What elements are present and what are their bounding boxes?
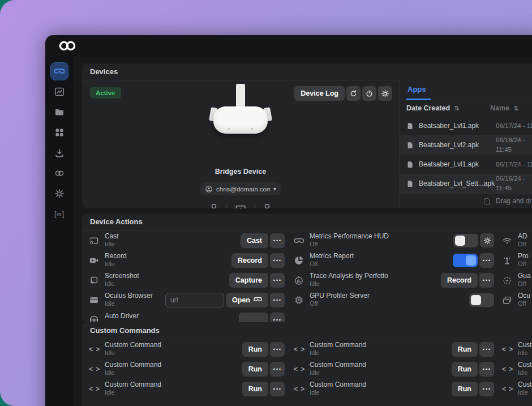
sidebar-item-device-manager[interactable] <box>50 62 68 80</box>
device-log-button[interactable]: Device Log <box>294 86 345 101</box>
commands-column-2: < > Custom CommandIdle Run··· < > Custom… <box>293 339 495 399</box>
device-name: Bridges Device <box>82 168 399 176</box>
sidebar-item-apps[interactable] <box>49 122 70 143</box>
file-icon <box>406 160 414 169</box>
action-row-record: RecordIdle Record··· <box>88 250 286 270</box>
window-topbar <box>45 35 532 57</box>
url-input[interactable] <box>165 293 224 307</box>
more-options-button[interactable]: ··· <box>270 273 285 288</box>
auto-driver-icon <box>89 315 99 323</box>
devices-panel-title: Devices <box>82 63 399 80</box>
cast-button[interactable]: Cast <box>241 233 268 248</box>
hud-icon <box>294 236 304 246</box>
file-manager-icon <box>54 107 65 117</box>
more-options-button[interactable]: ··· <box>270 313 285 323</box>
power-button[interactable] <box>362 86 376 101</box>
custom-command-row: < > Custom CommandIdle Run··· <box>88 339 286 359</box>
custom-commands-panel: Custom Commands < > Custom CommandIdle R… <box>82 322 532 406</box>
column-date-created[interactable]: Date Created⇅ <box>406 104 459 112</box>
app-window: [∞] Devices Active Device Log <box>45 35 532 406</box>
sidebar-item-downloads[interactable] <box>49 143 70 163</box>
custom-command-row: < > Custom CommandIdle Run··· <box>293 379 495 399</box>
custom-command-row: < > Custom CommandIdle <box>501 359 532 379</box>
run-command-button[interactable]: Run <box>452 382 478 396</box>
pie-icon <box>294 255 304 266</box>
sidebar-item-dev-tools[interactable]: [∞] <box>49 204 70 224</box>
guardian-icon <box>502 275 512 285</box>
right-controller-icon <box>263 203 274 208</box>
apk-dropzone[interactable]: Drag and drop <box>400 193 532 208</box>
capture-button[interactable]: Capture <box>229 273 268 288</box>
gpu-icon <box>294 295 304 305</box>
custom-command-row: < > Custom CommandIdle Run··· <box>293 359 495 379</box>
device-log-toolbar: Device Log <box>294 86 392 101</box>
perfetto-record-button[interactable]: Record <box>441 273 478 288</box>
action-row-gpu-profiler: GPU Profiler ServerOff <box>293 290 495 310</box>
apk-row[interactable]: Beatsaber_Lvl1.apk 06/17/24 - 11:45 <box>400 116 532 135</box>
run-command-button[interactable]: Run <box>242 362 268 377</box>
apps-grid-icon <box>54 127 65 138</box>
wifi-icon <box>502 236 512 246</box>
more-options-button[interactable]: ··· <box>270 233 285 248</box>
code-icon: < > <box>89 385 100 393</box>
more-options-button[interactable]: ··· <box>270 382 285 396</box>
custom-command-row: < > Custom CommandIdle Run··· <box>88 379 286 399</box>
chevron-down-icon: ▾ <box>273 186 276 192</box>
run-command-button[interactable]: Run <box>452 342 478 357</box>
column-name[interactable]: Name⇅ <box>490 104 518 112</box>
person-icon <box>205 185 213 193</box>
record-button[interactable]: Record <box>231 253 268 268</box>
headset-icon <box>54 66 65 76</box>
headset-icon <box>254 297 262 303</box>
action-row-metrics-hud: Metrics Performance HUDOff <box>293 230 495 250</box>
hud-toggle[interactable] <box>453 234 478 247</box>
metrics-report-toggle[interactable] <box>453 254 478 267</box>
hud-settings-button[interactable] <box>480 233 494 247</box>
cast-icon <box>89 236 99 246</box>
run-command-button[interactable]: Run <box>242 342 268 357</box>
sidebar: [∞] <box>45 57 74 406</box>
devices-panel: Devices Active Device Log <box>82 63 532 208</box>
meta-icon <box>54 168 65 178</box>
screenshot-icon <box>89 275 99 285</box>
sidebar-item-performance[interactable] <box>49 82 70 102</box>
auto-driver-button[interactable] <box>239 313 268 323</box>
device-settings-button[interactable] <box>378 86 392 101</box>
more-options-button[interactable]: ··· <box>479 273 494 288</box>
sort-icon: ⇅ <box>454 105 459 112</box>
action-row-cast: CastIdle Cast··· <box>88 230 286 250</box>
more-options-button[interactable]: ··· <box>270 342 285 357</box>
code-icon: < > <box>294 345 305 353</box>
sidebar-item-settings[interactable] <box>49 183 70 204</box>
more-options-button[interactable]: ··· <box>479 342 494 357</box>
apk-row[interactable]: Beatsaber_Lvl_Sett...apk 06/16/24 - 11:4… <box>400 174 532 193</box>
more-options-button[interactable]: ··· <box>479 253 494 268</box>
open-browser-button[interactable]: Open <box>226 293 268 307</box>
actions-column-2: Metrics Performance HUDOff Metrics Repor… <box>293 230 495 310</box>
power-icon <box>365 89 374 98</box>
commands-column-1: < > Custom CommandIdle Run··· < > Custom… <box>88 339 286 399</box>
device-actions-panel: Device Actions CastIdle Cast··· RecordId… <box>82 213 532 322</box>
more-options-button[interactable]: ··· <box>270 362 285 377</box>
performance-chart-icon <box>54 87 65 97</box>
sidebar-item-file-manager[interactable] <box>49 102 70 122</box>
run-command-button[interactable]: Run <box>242 382 268 396</box>
more-options-button[interactable]: ··· <box>479 362 494 377</box>
account-select[interactable]: chris@domain.com ▾ <box>200 182 281 195</box>
apk-row[interactable]: Beatsaber_Lvl2.apk 06/18/24 - 11:45 <box>400 135 532 155</box>
custom-command-row: < > Custom CommandIdle <box>501 339 532 359</box>
sidebar-item-meta[interactable] <box>49 163 70 183</box>
more-options-button[interactable]: ··· <box>270 293 285 307</box>
more-options-button[interactable]: ··· <box>270 253 285 268</box>
run-command-button[interactable]: Run <box>452 362 478 377</box>
tab-apps[interactable]: Apps <box>406 85 431 100</box>
headset-image <box>209 83 272 136</box>
refresh-button[interactable] <box>346 86 361 101</box>
device-card: Devices Active Device Log <box>82 63 399 208</box>
custom-command-row: < > Custom CommandIdle Run··· <box>88 359 286 379</box>
code-icon: < > <box>89 365 100 373</box>
gpu-profiler-toggle[interactable] <box>469 293 494 307</box>
code-icon: < > <box>294 385 305 393</box>
apk-row[interactable]: Beatsaber_Lvl1.apk 06/17/24 - 11:45 <box>400 155 532 174</box>
more-options-button[interactable]: ··· <box>479 382 494 396</box>
